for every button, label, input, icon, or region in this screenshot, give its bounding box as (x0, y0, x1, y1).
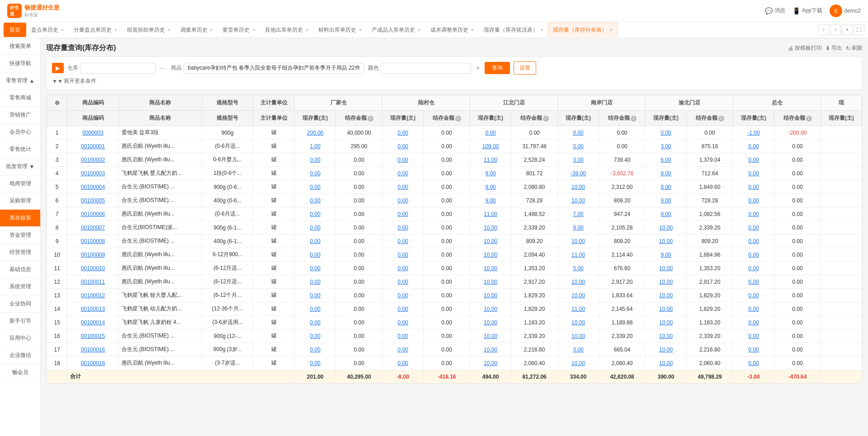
app-download-btn[interactable]: 📱 App下载 (793, 7, 822, 14)
tab-9[interactable]: 成本调整单历史 × (425, 23, 479, 37)
cell-total-qty[interactable]: 0.00 (733, 207, 774, 221)
cell-total-qty[interactable]: 0.00 (733, 275, 774, 289)
cell-jb-qty[interactable]: 10.00 (470, 289, 511, 302)
sidebar-item-retail-stat[interactable]: 零售统计 (0, 141, 40, 158)
cell-yb-qty[interactable]: 3.00 (646, 140, 687, 153)
cell-yb-qty[interactable]: 10.00 (646, 289, 687, 302)
tab-7[interactable]: 材料出库单历史 × (313, 23, 367, 37)
print-btn[interactable]: 🖨 按模板打印 (788, 44, 822, 52)
tab-5[interactable]: 要货单历史 × (217, 23, 260, 37)
cell-total-qty[interactable]: 0.00 (733, 153, 774, 167)
cell-yb-qty[interactable]: 8.00 (646, 180, 687, 194)
cell-total-qty[interactable]: 0.00 (733, 234, 774, 248)
cell-na-qty[interactable]: 10.00 (558, 329, 599, 343)
cell-code[interactable]: 00100015 (67, 329, 118, 343)
cell-na-qty[interactable]: 0.00 (558, 126, 599, 140)
cell-fc-qty[interactable]: 1.00 (295, 140, 336, 153)
cell-jb-qty[interactable]: 10.00 (470, 356, 511, 370)
tab-1[interactable]: 盘点单历史 × (26, 23, 69, 37)
tab-11[interactable]: 现存量（库存分布表） × (548, 23, 618, 37)
cell-jb-qty[interactable]: 11.00 (470, 207, 511, 221)
cell-yb-qty[interactable]: 9.00 (646, 248, 687, 262)
expand-more-btn[interactable]: ▼▼ 展开更多条件 (52, 77, 96, 85)
cell-code[interactable]: 00100006 (67, 207, 118, 221)
tab-close-5[interactable]: × (252, 28, 255, 33)
cell-code[interactable]: 00100003 (67, 167, 118, 180)
refresh-btn[interactable]: ↻ 刷新 (846, 44, 863, 52)
sidebar-item-ecommerce[interactable]: 电商管理 (0, 175, 40, 192)
cell-jb-qty[interactable]: 9.00 (470, 194, 511, 207)
export-btn[interactable]: ⬇ 导出 (826, 44, 842, 52)
cell-yb-qty[interactable]: 10.00 (646, 329, 687, 343)
tab-close-8[interactable]: × (418, 28, 420, 33)
cell-code[interactable]: 00100013 (67, 302, 118, 316)
sidebar-item-marketing[interactable]: 营销推广 (0, 107, 40, 124)
cell-jb-qty[interactable]: 10.00 (470, 234, 511, 248)
cell-fc-qty[interactable]: 0.00 (295, 302, 336, 316)
cell-lc-qty[interactable]: 0.00 (382, 275, 424, 289)
cell-fc-qty[interactable]: 0.00 (295, 180, 336, 194)
cell-jb-qty[interactable]: 10.00 (470, 221, 511, 234)
cell-yb-qty[interactable]: 10.00 (646, 356, 687, 370)
cell-na-qty[interactable]: 11.00 (558, 302, 599, 316)
cell-total-qty[interactable]: -1.00 (733, 126, 774, 140)
cell-total-qty[interactable]: 0.00 (733, 140, 774, 153)
gear-icon[interactable]: ⚙ (55, 100, 60, 106)
cell-code[interactable]: 00100005 (67, 194, 118, 207)
cell-lc-qty[interactable]: 0.00 (382, 234, 424, 248)
lc-amt-info[interactable]: i (455, 116, 461, 122)
sidebar-item-inventory[interactable]: 库存核算 (0, 210, 40, 227)
nav-left-btn[interactable]: ‹ (818, 24, 829, 35)
cell-jb-qty[interactable]: 109.00 (470, 140, 511, 153)
cell-yb-qty[interactable]: 8.00 (646, 167, 687, 180)
tab-close-3[interactable]: × (168, 28, 170, 33)
cell-yb-qty[interactable]: 10.00 (646, 234, 687, 248)
cell-total-qty[interactable]: 0.00 (733, 167, 774, 180)
sidebar-item-purchase[interactable]: 采购管理 (0, 192, 40, 210)
cell-na-qty[interactable]: 10.00 (558, 275, 599, 289)
tab-close-1[interactable]: × (61, 28, 64, 33)
tab-home[interactable]: 首页 (4, 23, 26, 37)
cell-code[interactable]: 00100010 (67, 262, 118, 275)
cell-lc-qty[interactable]: 0.00 (382, 180, 424, 194)
cell-fc-qty[interactable]: 0.00 (295, 329, 336, 343)
cell-jb-qty[interactable]: 10.00 (470, 329, 511, 343)
cell-yb-qty[interactable]: 10.00 (646, 262, 687, 275)
tab-close-10[interactable]: × (541, 28, 543, 33)
cell-na-qty[interactable]: 9.00 (558, 221, 599, 234)
cell-lc-qty[interactable]: 0.00 (382, 153, 424, 167)
user-area[interactable]: E demo2 (830, 5, 861, 17)
cell-fc-qty[interactable]: 200.00 (295, 126, 336, 140)
cell-yb-qty[interactable]: 9.00 (646, 194, 687, 207)
cell-lc-qty[interactable]: 0.00 (382, 329, 424, 343)
cell-fc-qty[interactable]: 0.00 (295, 262, 336, 275)
sidebar-item-system[interactable]: 系统管理 (0, 278, 40, 295)
cell-total-qty[interactable]: 0.00 (733, 194, 774, 207)
cell-na-qty[interactable]: 10.00 (558, 180, 599, 194)
cell-yb-qty[interactable]: 8.00 (646, 207, 687, 221)
cell-lc-qty[interactable]: 0.00 (382, 343, 424, 356)
sidebar-item-guide[interactable]: 新手引导 (0, 313, 40, 330)
cell-jb-qty[interactable]: 10.00 (470, 262, 511, 275)
cell-total-qty[interactable]: 0.00 (733, 289, 774, 302)
tab-close-9[interactable]: × (471, 28, 474, 33)
cell-total-qty[interactable]: 0.00 (733, 221, 774, 234)
cell-lc-qty[interactable]: 0.00 (382, 207, 424, 221)
message-btn[interactable]: 💬 消息 (765, 7, 785, 14)
cell-na-qty[interactable]: 3.00 (558, 343, 599, 356)
sidebar-item-wholesale[interactable]: 批发管理 ▼ (0, 158, 40, 175)
cell-code[interactable]: 00100002 (67, 153, 118, 167)
cell-code[interactable]: 00100009 (67, 248, 118, 262)
cell-lc-qty[interactable]: 0.00 (382, 248, 424, 262)
cell-lc-qty[interactable]: 0.00 (382, 356, 424, 370)
goods-input[interactable] (184, 63, 364, 74)
cell-fc-qty[interactable]: 0.00 (295, 343, 336, 356)
sidebar-item-collab[interactable]: 企业协同 (0, 295, 40, 313)
tab-8[interactable]: 产成品入库单历史 × (367, 23, 425, 37)
cell-na-qty[interactable]: -39.00 (558, 167, 599, 180)
query-expand-btn[interactable]: ▶ (52, 63, 64, 73)
cell-fc-qty[interactable]: 0.00 (295, 194, 336, 207)
sidebar-item-search[interactable]: 搜索英单 (0, 38, 40, 55)
cell-total-qty[interactable]: 0.00 (733, 316, 774, 329)
sidebar-item-nav[interactable]: 快捷导航 (0, 55, 40, 72)
